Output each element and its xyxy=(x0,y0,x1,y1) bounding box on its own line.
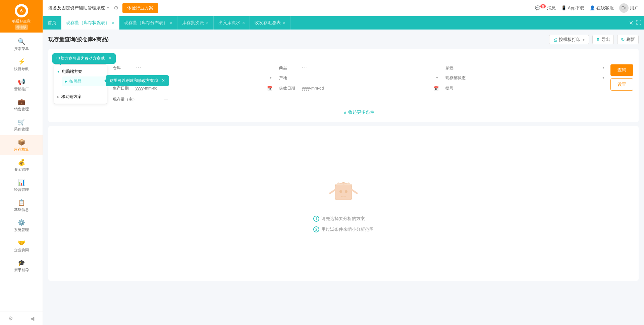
collapse-sidebar-icon[interactable]: ◀ xyxy=(30,315,34,322)
sidebar: 6 畅通好生意 标准版 🔍 搜索菜单 ⚡ 快捷导航 📢 营销推广 💼 销售管理 … xyxy=(0,0,43,325)
close-all-tabs-icon[interactable]: ✕ xyxy=(629,20,633,26)
expire-date-calendar-icon[interactable]: 📅 xyxy=(433,86,439,91)
produce-date-calendar-icon[interactable]: 📅 xyxy=(267,86,272,91)
app-download-button[interactable]: 📱 App下载 xyxy=(561,5,584,11)
sidebar-item-quick[interactable]: ⚡ 快捷导航 xyxy=(0,55,43,75)
sidebar-item-purchase[interactable]: 🛒 采购管理 xyxy=(0,115,43,135)
collapse-conditions-button[interactable]: ∧ 收起更多条件 xyxy=(113,107,605,118)
empty-tips: 1 请先选择要分析的方案 2 用过滤条件来缩小分析范围 xyxy=(313,214,374,234)
print-label: 按模板打印 xyxy=(559,37,581,43)
sidebar-item-basic[interactable]: 📋 基础信息 xyxy=(0,196,43,216)
tab-close-receivable-summary[interactable]: ✕ xyxy=(283,21,285,25)
filter-product: 商品 ··· xyxy=(279,64,439,71)
export-label: 导出 xyxy=(601,37,610,43)
expire-date-input[interactable] xyxy=(302,85,431,92)
operation-icon: 📊 xyxy=(18,179,25,186)
stock-main-input-start[interactable] xyxy=(140,96,160,103)
print-dropdown-icon: ▼ xyxy=(582,38,585,42)
sidebar-item-enterprise[interactable]: 🤝 企业协同 xyxy=(0,236,43,256)
tip-number-2: 2 xyxy=(313,226,319,232)
tab-batch-ledger[interactable]: 库存批次账 ✕ xyxy=(177,16,214,30)
tab-inventory-dist[interactable]: 现存量（库存分布表） ✕ xyxy=(119,16,177,30)
stock-status-select[interactable]: ▼ xyxy=(468,74,605,81)
search-button[interactable]: 查询 xyxy=(610,64,633,76)
empty-tip-2: 2 用过滤条件来缩小分析范围 xyxy=(313,225,374,234)
filter-color: 颜色 ▼ xyxy=(445,64,605,71)
scheme-item-pc[interactable]: ▼ 电脑端方案 xyxy=(54,67,107,76)
sidebar-item-finance[interactable]: 💰 资金管理 xyxy=(0,155,43,175)
edit-scheme-tooltip-text: 这里可以创建和修改方案哦 xyxy=(110,78,158,83)
tab-receivable-summary[interactable]: 收发存汇总表 ✕ xyxy=(250,16,290,30)
tab-close-batch-ledger[interactable]: ✕ xyxy=(206,21,209,25)
origin-select[interactable]: ▼ xyxy=(302,74,439,81)
scheme-item-mobile-label: 移动端方案 xyxy=(61,94,82,100)
sidebar-item-marketing[interactable]: 📢 营销推广 xyxy=(0,75,43,95)
user-menu-button[interactable]: Ea 用户 xyxy=(619,3,639,13)
sidebar-label-search: 搜索菜单 xyxy=(14,46,29,51)
service-icon: 👤 xyxy=(590,5,595,10)
marketing-icon: 📢 xyxy=(18,78,25,86)
sidebar-item-inventory[interactable]: 📦 库存核算 xyxy=(0,135,43,155)
phone-icon: 📱 xyxy=(561,5,567,10)
sidebar-label-sales: 销售管理 xyxy=(14,107,29,112)
scheme-item-mobile[interactable]: ▶ 移动端方案 xyxy=(54,92,107,102)
batch-input[interactable] xyxy=(468,85,605,92)
tab-inout-flow[interactable]: 出入库流水 ✕ xyxy=(214,16,250,30)
tab-close-inout-flow[interactable]: ✕ xyxy=(242,21,245,25)
filter-panel: 按以下方案查询 + ⊙ ← 电脑方案可设为移动方案哦 ✕ ▼ 电脑端方案 xyxy=(48,49,639,122)
refresh-label: 刷新 xyxy=(626,37,635,43)
reset-button[interactable]: 设置 xyxy=(610,78,633,91)
svg-point-4 xyxy=(345,190,347,193)
add-scheme-tooltip-close[interactable]: ✕ xyxy=(108,56,112,61)
topbar-gear-icon[interactable]: ⚙ xyxy=(114,5,118,11)
app-download-label: App下载 xyxy=(568,5,584,11)
finance-icon: 💰 xyxy=(18,159,25,166)
expand-tab-icon[interactable]: ⛶ xyxy=(636,20,641,26)
system-title-selector[interactable]: 装备及固定资产辅助管理系统 ▼ xyxy=(48,5,110,11)
color-select[interactable]: ▼ xyxy=(468,64,605,71)
topbar-left: 装备及固定资产辅助管理系统 ▼ ⚙ 体验行业方案 xyxy=(48,3,158,13)
product-dots[interactable]: ··· xyxy=(302,65,308,71)
logo-icon: 6 xyxy=(15,4,28,17)
filter-warehouse: 仓库 ··· xyxy=(113,64,272,71)
tab-home[interactable]: 首页 xyxy=(43,16,61,30)
industry-solution-button[interactable]: 体验行业方案 xyxy=(122,3,158,13)
sidebar-item-search[interactable]: 🔍 搜索菜单 xyxy=(0,35,43,55)
filter-stock-status: 现存量状态 ▼ xyxy=(445,74,605,81)
online-service-button[interactable]: 👤 在线客服 xyxy=(590,5,614,11)
message-button[interactable]: 💬 6 消息 xyxy=(535,5,556,11)
logo-tag: 标准版 xyxy=(15,24,28,30)
sidebar-item-operation[interactable]: 📊 经营管理 xyxy=(0,175,43,196)
empty-svg xyxy=(327,173,360,207)
svg-point-3 xyxy=(339,190,342,193)
warehouse-dots[interactable]: ··· xyxy=(136,65,142,71)
settings-icon[interactable]: ⚙ xyxy=(8,315,13,322)
export-button[interactable]: ⬆ 导出 xyxy=(592,35,614,44)
scheme-sub-item-default[interactable]: ▶ 按照品 xyxy=(62,76,107,86)
tab-close-inventory-status[interactable]: ✕ xyxy=(112,21,114,25)
refresh-button[interactable]: ↻ 刷新 xyxy=(617,35,639,44)
filter-fields: 仓库 ··· 商品 ··· 颜色 ▼ xyxy=(113,64,605,118)
sidebar-item-guide[interactable]: 🎓 新手引导 xyxy=(0,256,43,276)
search-icon: 🔍 xyxy=(18,38,25,45)
sidebar-nav: 🔍 搜索菜单 ⚡ 快捷导航 📢 营销推广 💼 销售管理 🛒 采购管理 📦 库存核… xyxy=(0,33,43,312)
svg-rect-2 xyxy=(335,185,352,200)
edit-scheme-tooltip-close[interactable]: ✕ xyxy=(162,78,165,83)
print-button[interactable]: 🖨 按模板打印 ▼ xyxy=(549,35,589,44)
stock-main-input-end[interactable] xyxy=(172,96,192,103)
collapse-label: 收起更多条件 xyxy=(348,109,374,115)
main-area: 装备及固定资产辅助管理系统 ▼ ⚙ 体验行业方案 💬 6 消息 📱 App下载 … xyxy=(43,0,644,325)
stock-main-sep: — xyxy=(164,97,168,102)
tip-number-1: 1 xyxy=(313,216,319,222)
purchase-icon: 🛒 xyxy=(18,118,25,126)
sidebar-item-sales[interactable]: 💼 销售管理 xyxy=(0,95,43,115)
tab-inventory-status[interactable]: 现存量（库存状况表） ✕ xyxy=(61,16,119,30)
sidebar-item-system[interactable]: ⚙️ 系统管理 xyxy=(0,216,43,236)
origin-label: 产地 xyxy=(279,75,299,81)
tab-close-inventory-dist[interactable]: ✕ xyxy=(170,21,172,25)
sidebar-label-system: 系统管理 xyxy=(14,227,29,232)
scheme-divider xyxy=(54,89,107,89)
tip-text-1: 请先选择要分析的方案 xyxy=(321,214,365,223)
sidebar-label-purchase: 采购管理 xyxy=(14,127,29,132)
stock-status-label: 现存量状态 xyxy=(445,75,466,81)
